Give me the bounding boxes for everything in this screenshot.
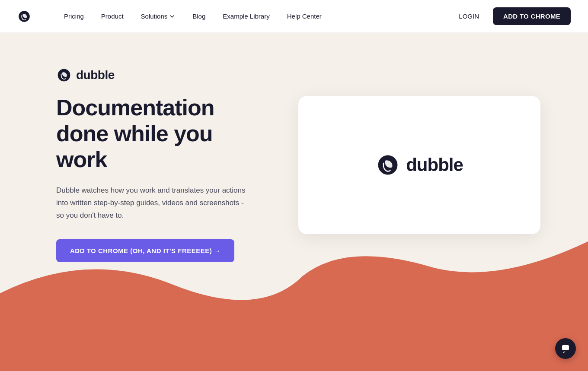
nav-link-blog[interactable]: Blog	[185, 9, 212, 23]
main-content: dubble Documentation done while you work…	[0, 0, 588, 371]
nav-link-help-center[interactable]: Help Center	[280, 9, 329, 23]
hero-brand-icon	[56, 67, 72, 83]
nav-link-product[interactable]: Product	[94, 9, 131, 23]
nav-link-solutions[interactable]: Solutions	[134, 9, 182, 23]
nav-logo[interactable]	[17, 10, 31, 23]
nav-actions: LOGIN ADD TO CHROME	[450, 7, 571, 25]
hero-title: Documentation done while you work	[56, 95, 264, 172]
chevron-down-icon	[169, 13, 175, 19]
nav-links: Pricing Product Solutions Blog Example L…	[57, 9, 450, 23]
nav-logo-icon	[17, 10, 31, 23]
hero-card-logo-icon	[376, 153, 400, 177]
hero-brand: dubble	[56, 67, 264, 83]
hero-card: dubble	[298, 96, 540, 234]
hero-left: dubble Documentation done while you work…	[56, 67, 264, 262]
navbar: Pricing Product Solutions Blog Example L…	[0, 0, 588, 33]
login-button[interactable]: LOGIN	[450, 8, 488, 24]
hero-section: dubble Documentation done while you work…	[0, 33, 588, 288]
hero-right: dubble	[298, 96, 540, 234]
svg-rect-0	[562, 345, 569, 350]
hero-description: Dubble watches how you work and translat…	[56, 184, 246, 222]
nav-link-pricing[interactable]: Pricing	[57, 9, 91, 23]
chat-button[interactable]	[555, 338, 576, 359]
chat-icon	[561, 344, 570, 353]
hero-cta-button[interactable]: ADD TO CHROME (OH, AND IT'S FREEEEE) →	[56, 239, 234, 262]
hero-brand-text: dubble	[76, 68, 115, 82]
add-to-chrome-button[interactable]: ADD TO CHROME	[493, 7, 571, 25]
hero-card-logo-text: dubble	[406, 155, 463, 175]
nav-link-example-library[interactable]: Example Library	[216, 9, 276, 23]
hero-card-logo: dubble	[376, 153, 463, 177]
